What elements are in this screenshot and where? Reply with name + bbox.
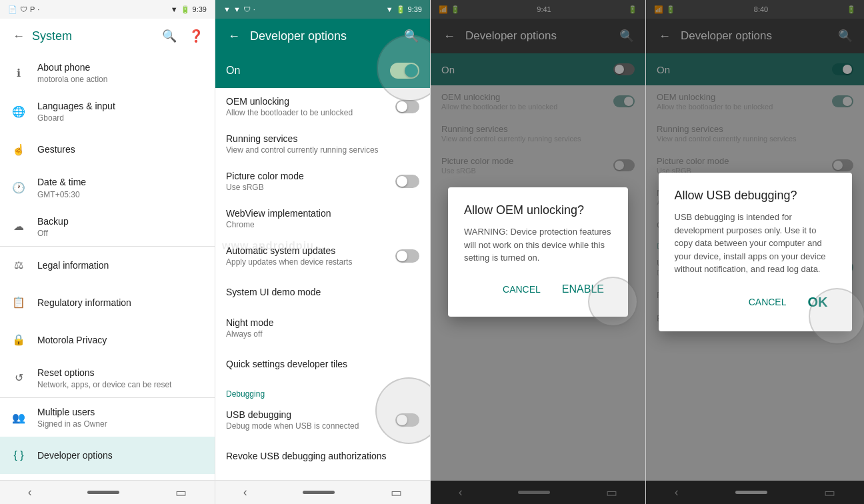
middle-settings-list: OEM unlocking Allow the bootloader to be… xyxy=(215,88,430,480)
middle-picture-toggle[interactable] xyxy=(395,175,419,188)
menu-item-languages[interactable]: 🌐 Languages & input Gboard xyxy=(0,92,215,131)
middle-qstiles-item[interactable]: Quick settings developer tiles xyxy=(215,347,430,381)
middle-night-item[interactable]: Night mode Always off xyxy=(215,309,430,347)
r2-dialog-overlay: Allow USB debugging? USB debugging is in… xyxy=(646,0,864,504)
r2-dialog-title: Allow USB debugging? xyxy=(675,189,836,203)
middle-night-title: Night mode xyxy=(226,317,419,328)
datetime-subtitle: GMT+05:30 xyxy=(37,190,204,199)
doc-icon: 📄 xyxy=(8,5,17,14)
middle-revoke-title: Revoke USB debugging authorizations xyxy=(226,451,419,461)
r2-ok-button[interactable]: OK xyxy=(800,289,836,315)
datetime-icon: 🕐 xyxy=(11,179,27,195)
lang-title: Languages & input xyxy=(37,100,204,112)
middle-autoupdate-toggle[interactable] xyxy=(395,249,419,263)
about-title: About phone xyxy=(37,61,204,73)
r2-dialog-body: USB debugging is intended for developmen… xyxy=(675,211,836,276)
middle-on-toggle[interactable] xyxy=(390,63,419,79)
right2-panel: 📶 🔋 8:40 🔋 ← Developer options 🔍 On xyxy=(646,0,864,504)
r1-dialog-overlay: Allow OEM unlocking? WARNING: Device pro… xyxy=(431,0,645,504)
r1-cancel-button[interactable]: Cancel xyxy=(495,278,549,301)
middle-toggle-thumb xyxy=(405,64,418,77)
left-back-button[interactable]: ← xyxy=(11,28,27,44)
middle-oem-subtitle: Allow the bootloader to be unlocked xyxy=(226,108,353,117)
users-icon: 👥 xyxy=(11,409,27,425)
regulatory-text: Regulatory information xyxy=(37,297,204,309)
menu-item-reset[interactable]: ↺ Reset options Network, apps, or device… xyxy=(0,359,215,397)
middle-oem-title: OEM unlocking xyxy=(226,96,353,107)
middle-picture-title: Picture color mode xyxy=(226,171,304,181)
left-help-button[interactable]: ❓ xyxy=(188,28,204,44)
reset-icon: ↺ xyxy=(11,370,27,386)
m-shield-icon: 🛡 xyxy=(243,5,251,13)
left-search-button[interactable]: 🔍 xyxy=(161,28,177,44)
middle-picture-thumb xyxy=(397,176,407,187)
middle-webview-subtitle: Chrome xyxy=(226,220,419,229)
battery-icon: 🔋 xyxy=(181,5,190,14)
middle-picture-text: Picture color mode Use sRGB xyxy=(226,171,304,192)
menu-item-developer[interactable]: { } Developer options xyxy=(0,437,215,474)
r1-dialog: Allow OEM unlocking? WARNING: Device pro… xyxy=(448,187,628,317)
middle-revoke-item[interactable]: Revoke USB debugging authorizations xyxy=(215,439,430,473)
privacy-icon: 🔒 xyxy=(11,332,27,348)
menu-item-regulatory[interactable]: 📋 Regulatory information xyxy=(0,284,215,321)
middle-nav-home[interactable] xyxy=(303,491,335,494)
middle-uidemo-item[interactable]: System UI demo mode xyxy=(215,275,430,309)
about-subtitle: motorola one action xyxy=(37,75,204,84)
middle-night-subtitle: Always off xyxy=(226,329,419,339)
left-app-title: System xyxy=(32,29,161,43)
middle-autoupdate-thumb xyxy=(397,251,407,261)
left-nav-home[interactable] xyxy=(87,491,119,494)
middle-bugreport-item[interactable]: Bug report shortcut xyxy=(215,473,430,480)
r1-dialog-body: WARNING: Device protection features will… xyxy=(464,225,612,265)
middle-nav-recents[interactable]: ▭ xyxy=(391,485,402,500)
middle-picture-item[interactable]: Picture color mode Use sRGB xyxy=(215,163,430,200)
middle-on-row[interactable]: On xyxy=(215,53,430,88)
r1-enable-button[interactable]: Enable xyxy=(554,278,612,301)
backup-subtitle: Off xyxy=(37,229,204,238)
middle-usb-toggle[interactable] xyxy=(395,413,419,427)
middle-oem-row: OEM unlocking Allow the bootloader to be… xyxy=(226,96,419,117)
middle-debug-section: Debugging xyxy=(215,381,430,401)
middle-usb-row: USB debugging Debug mode when USB is con… xyxy=(226,409,419,431)
menu-item-users[interactable]: 👥 Multiple users Signed in as Owner xyxy=(0,398,215,437)
menu-item-datetime[interactable]: 🕐 Date & time GMT+05:30 xyxy=(0,168,215,207)
menu-item-sysupdate[interactable]: 📱 System updates Updated to Android 9 xyxy=(0,474,215,480)
middle-autoupdate-item[interactable]: Automatic system updates Apply updates w… xyxy=(215,237,430,275)
middle-picture-subtitle: Use sRGB xyxy=(226,183,304,192)
menu-item-about[interactable]: ℹ About phone motorola one action xyxy=(0,53,215,92)
backup-icon: ☁ xyxy=(11,219,27,235)
developer-text: Developer options xyxy=(37,449,204,461)
middle-autoupdate-row: Automatic system updates Apply updates w… xyxy=(226,245,419,267)
left-nav-back[interactable]: ‹ xyxy=(28,485,32,499)
middle-oem-toggle[interactable] xyxy=(395,100,419,113)
right-container: 📶 🔋 9:41 🔋 ← Developer options 🔍 On xyxy=(431,0,864,504)
right1-panel: 📶 🔋 9:41 🔋 ← Developer options 🔍 On xyxy=(431,0,646,504)
menu-item-gestures[interactable]: ☝ Gestures xyxy=(0,131,215,168)
backup-text: Backup Off xyxy=(37,215,204,238)
menu-item-privacy[interactable]: 🔒 Motorola Privacy xyxy=(0,321,215,359)
menu-item-backup[interactable]: ☁ Backup Off xyxy=(0,207,215,246)
middle-back-button[interactable]: ← xyxy=(226,28,242,44)
regulatory-title: Regulatory information xyxy=(37,297,204,309)
menu-item-legal[interactable]: ⚖ Legal information xyxy=(0,247,215,284)
left-app-bar: ← System 🔍 ❓ xyxy=(0,19,215,53)
middle-oem-item[interactable]: OEM unlocking Allow the bootloader to be… xyxy=(215,88,430,125)
middle-status-bar: ▼ ▼ 🛡 · ▼ 🔋 9:39 xyxy=(215,0,430,19)
middle-webview-item[interactable]: WebView implementation Chrome xyxy=(215,200,430,237)
dot-icon: · xyxy=(37,5,39,13)
middle-oem-text: OEM unlocking Allow the bootloader to be… xyxy=(226,96,353,117)
gestures-icon: ☝ xyxy=(11,141,27,157)
middle-nav-back[interactable]: ‹ xyxy=(243,485,247,499)
lang-subtitle: Gboard xyxy=(37,113,204,123)
r2-cancel-button[interactable]: Cancel xyxy=(741,289,795,315)
middle-search-button[interactable]: 🔍 xyxy=(403,28,419,44)
middle-usb-item[interactable]: USB debugging Debug mode when USB is con… xyxy=(215,401,430,439)
middle-running-item[interactable]: Running services View and control curren… xyxy=(215,125,430,163)
middle-time: 9:39 xyxy=(408,5,422,13)
backup-title: Backup xyxy=(37,215,204,227)
left-nav-recents[interactable]: ▭ xyxy=(175,485,187,500)
middle-usb-subtitle: Debug mode when USB is connected xyxy=(226,421,359,431)
middle-usb-text: USB debugging Debug mode when USB is con… xyxy=(226,409,359,431)
middle-webview-title: WebView implementation xyxy=(226,208,419,219)
legal-text: Legal information xyxy=(37,259,204,271)
